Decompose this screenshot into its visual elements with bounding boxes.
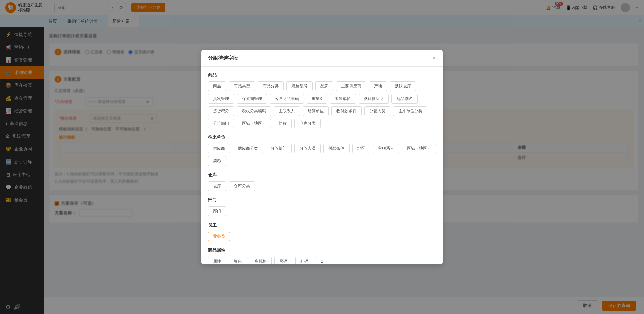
field-tag-spec-model[interactable]: 规格型号 xyxy=(286,81,313,91)
field-tag-retail-unit[interactable]: 零售单位 xyxy=(330,94,356,104)
field-tag-product-type[interactable]: 商品类型 xyxy=(229,81,255,91)
section-dept: 部门 部门 xyxy=(208,197,436,216)
modal-overlay: 分组待选字段 × 商品 商品 商品类型 商品分类 规格型号 品牌 主要供应商 产… xyxy=(0,0,644,314)
field-tag-product-category[interactable]: 商品分类 xyxy=(258,81,284,91)
field-tag-warehouse-cat[interactable]: 仓库分类 xyxy=(229,181,255,191)
section-employee: 员工 业务员 xyxy=(208,222,436,241)
section-product-attr-grid: 属性 颜色 多规格 尺码 鞋码 1 xyxy=(208,257,436,264)
field-tag-employee[interactable]: 业务员 xyxy=(208,232,230,241)
section-warehouse-grid: 仓库 仓库分类 xyxy=(208,181,436,191)
field-tag-product-alias[interactable]: 商品别名 xyxy=(391,94,418,104)
modal-body: 商品 商品 商品类型 商品分类 规格型号 品牌 主要供应商 产地 默认仓库 批次… xyxy=(201,67,443,264)
field-tag-staff-partner[interactable]: 分管人员 xyxy=(294,144,321,153)
field-tag-attr-1[interactable]: 1 xyxy=(316,257,328,264)
field-tag-product[interactable]: 商品 xyxy=(208,81,226,91)
field-tag-tax-code[interactable]: 税收分类编码 xyxy=(237,106,271,116)
modal-title: 分组待选字段 xyxy=(208,55,238,61)
field-tag-shoe-size[interactable]: 鞋码 xyxy=(295,257,313,264)
field-tag-region-partner[interactable]: 区域（地区） xyxy=(402,144,436,153)
section-employee-title: 员工 xyxy=(208,222,436,228)
field-tag-multi-spec[interactable]: 多规格 xyxy=(250,257,272,264)
field-tag-main-supplier[interactable]: 主要供应商 xyxy=(336,81,366,91)
field-tag-default-warehouse[interactable]: 默认仓库 xyxy=(390,81,416,91)
field-tag-dept-partner[interactable]: 分管部门 xyxy=(266,144,292,153)
field-tag-short-name-partner[interactable]: 简称 xyxy=(208,156,226,166)
field-tag-pick-points[interactable]: 拣货积分 xyxy=(208,106,234,116)
field-tag-brand[interactable]: 品牌 xyxy=(315,81,333,91)
field-tag-weight3[interactable]: 重量3 xyxy=(307,94,327,104)
field-tag-region[interactable]: 区域（地区） xyxy=(237,119,271,128)
field-tag-district[interactable]: 地区 xyxy=(352,144,370,153)
section-product-attr-title: 商品属性 xyxy=(208,247,436,253)
modal-close-button[interactable]: × xyxy=(432,55,436,62)
field-tag-supplier-category[interactable]: 供应商分类 xyxy=(233,144,263,153)
section-dept-title: 部门 xyxy=(208,197,436,203)
field-tag-color[interactable]: 颜色 xyxy=(229,257,247,264)
field-tag-main-contact-partner[interactable]: 主联系人 xyxy=(373,144,399,153)
field-tag-warehouse-category[interactable]: 仓库分类 xyxy=(294,119,321,128)
field-tag-payment-cond[interactable]: 付款条件 xyxy=(323,144,350,153)
field-tag-dept[interactable]: 部门 xyxy=(208,206,226,216)
field-tag-size[interactable]: 尺码 xyxy=(274,257,292,264)
field-tag-supplier[interactable]: 供应商 xyxy=(208,144,230,153)
section-partner: 往来单位 供应商 供应商分类 分管部门 分管人员 付款条件 地区 主联系人 区域… xyxy=(208,134,436,166)
section-product-title: 商品 xyxy=(208,72,436,78)
section-partner-title: 往来单位 xyxy=(208,134,436,140)
field-tag-default-supplier[interactable]: 默认供应商 xyxy=(359,94,389,104)
section-warehouse: 仓库 仓库 仓库分类 xyxy=(208,172,436,191)
field-tag-settlement-unit[interactable]: 结算单位 xyxy=(303,106,329,116)
field-tag-batch-mgmt[interactable]: 批次管理 xyxy=(208,94,234,104)
section-employee-grid: 业务员 xyxy=(208,232,436,241)
field-tag-shelf-life[interactable]: 保质期管理 xyxy=(237,94,267,104)
section-product: 商品 商品 商品类型 商品分类 规格型号 品牌 主要供应商 产地 默认仓库 批次… xyxy=(208,72,436,128)
field-tag-partner-category[interactable]: 往来单位分类 xyxy=(393,106,427,116)
field-tag-attr[interactable]: 属性 xyxy=(208,257,226,264)
section-product-grid: 商品 商品类型 商品分类 规格型号 品牌 主要供应商 产地 默认仓库 批次管理 … xyxy=(208,81,436,128)
section-warehouse-title: 仓库 xyxy=(208,172,436,178)
modal-header: 分组待选字段 × xyxy=(201,50,443,67)
section-dept-grid: 部门 xyxy=(208,206,436,216)
field-tag-customer-code[interactable]: 客户商品编码 xyxy=(270,94,304,104)
field-tag-manager-staff[interactable]: 分管人员 xyxy=(364,106,390,116)
field-tag-payment-terms[interactable]: 收付款条件 xyxy=(331,106,362,116)
modal: 分组待选字段 × 商品 商品 商品类型 商品分类 规格型号 品牌 主要供应商 产… xyxy=(201,50,443,264)
field-tag-origin[interactable]: 产地 xyxy=(369,81,387,91)
section-partner-grid: 供应商 供应商分类 分管部门 分管人员 付款条件 地区 主联系人 区域（地区） … xyxy=(208,144,436,166)
field-tag-dept-mgmt[interactable]: 分管部门 xyxy=(208,119,234,128)
field-tag-main-contact[interactable]: 主联系人 xyxy=(274,106,300,116)
field-tag-short-name[interactable]: 简称 xyxy=(274,119,292,128)
section-product-attr: 商品属性 属性 颜色 多规格 尺码 鞋码 1 xyxy=(208,247,436,264)
field-tag-warehouse[interactable]: 仓库 xyxy=(208,181,226,191)
